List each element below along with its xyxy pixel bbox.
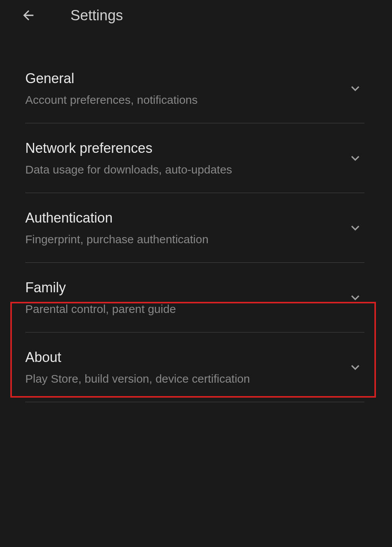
chevron-down-icon — [346, 288, 364, 307]
setting-title: Authentication — [25, 210, 346, 226]
chevron-down-icon — [346, 79, 364, 98]
setting-title: About — [25, 349, 346, 365]
setting-item-about[interactable]: About Play Store, build version, device … — [0, 332, 392, 402]
setting-text: Family Parental control, parent guide — [25, 280, 346, 316]
setting-item-authentication[interactable]: Authentication Fingerprint, purchase aut… — [0, 193, 392, 263]
setting-item-general[interactable]: General Account preferences, notificatio… — [0, 54, 392, 123]
chevron-down-icon — [346, 219, 364, 237]
chevron-down-icon — [346, 149, 364, 167]
setting-item-network[interactable]: Network preferences Data usage for downl… — [0, 123, 392, 193]
setting-subtitle: Parental control, parent guide — [25, 303, 346, 316]
setting-subtitle: Fingerprint, purchase authentication — [25, 233, 346, 246]
setting-title: Network preferences — [25, 140, 346, 156]
setting-title: General — [25, 70, 346, 87]
setting-item-family[interactable]: Family Parental control, parent guide — [0, 263, 392, 332]
setting-subtitle: Data usage for downloads, auto-updates — [25, 163, 346, 176]
header: Settings — [0, 0, 392, 31]
setting-title: Family — [25, 280, 346, 296]
setting-subtitle: Account preferences, notifications — [25, 93, 346, 106]
setting-text: About Play Store, build version, device … — [25, 349, 346, 385]
arrow-left-icon — [21, 8, 36, 23]
setting-subtitle: Play Store, build version, device certif… — [25, 372, 346, 385]
setting-text: General Account preferences, notificatio… — [25, 70, 346, 106]
chevron-down-icon — [346, 358, 364, 377]
setting-text: Network preferences Data usage for downl… — [25, 140, 346, 176]
back-button[interactable] — [19, 6, 38, 25]
setting-text: Authentication Fingerprint, purchase aut… — [25, 210, 346, 246]
settings-list: General Account preferences, notificatio… — [0, 31, 392, 402]
page-title: Settings — [70, 7, 123, 24]
